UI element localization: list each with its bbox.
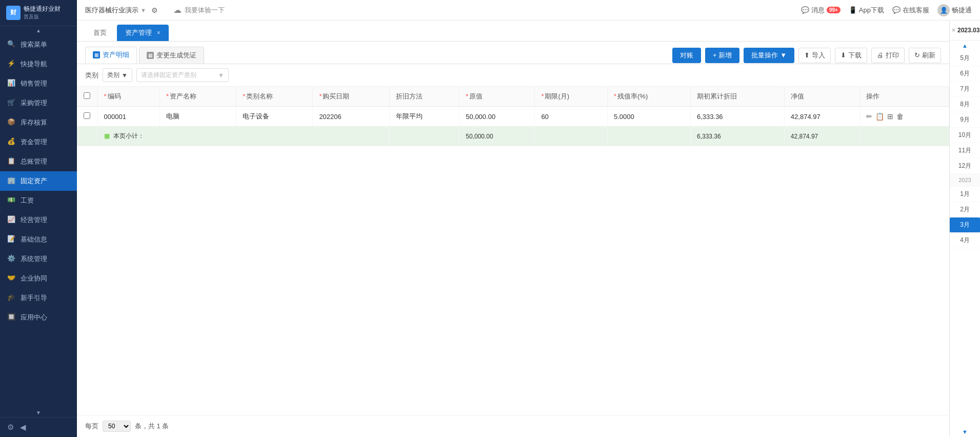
main-area: 医疗器械行业演示 ▼ ⚙ ☁ 我要体验一下 💬 消息 99+ 📱 App下载 💬…	[77, 0, 980, 437]
copy-icon[interactable]: 📋	[875, 112, 884, 121]
messages-button[interactable]: 💬 消息 99+	[801, 6, 841, 15]
cell-code: 000001	[97, 107, 159, 127]
cal-month-1[interactable]: 1月	[950, 187, 980, 202]
inner-page: ▦ 资产明细 ▦ 变更生成凭证 对账 + 新增 批量操作	[77, 42, 949, 437]
reconcile-button[interactable]: 对账	[672, 48, 701, 63]
refresh-icon: ↻	[914, 51, 920, 59]
share-icon[interactable]: ⊞	[887, 112, 893, 121]
sidebar-item-inventory[interactable]: 📦 库存核算	[0, 113, 77, 132]
calendar-scroll-up[interactable]: ▲	[950, 41, 980, 51]
tab-asset-mgmt[interactable]: 资产管理 ×	[117, 25, 169, 41]
cal-month-12[interactable]: 12月	[950, 158, 980, 174]
sidebar-item-sales[interactable]: 📊 销售管理	[0, 74, 77, 93]
batch-chevron-icon: ▼	[780, 51, 787, 59]
sidebar-scroll-down[interactable]: ▼	[0, 408, 77, 417]
cell-name: 电脑	[159, 107, 236, 127]
col-name: *资产名称	[159, 87, 236, 107]
cell-depreciation-method: 年限平均	[389, 107, 459, 127]
online-service-label: 在线客服	[903, 6, 929, 15]
online-service-button[interactable]: 💬 在线客服	[892, 6, 929, 15]
cal-month-11[interactable]: 11月	[950, 143, 980, 158]
category-filter-select[interactable]: 类别 ▼	[103, 68, 132, 82]
chevron-down-icon: ▼	[141, 7, 146, 13]
sidebar-item-fixed-assets[interactable]: 🏢 固定资产	[0, 171, 77, 191]
refresh-button[interactable]: ↻ 刷新	[909, 48, 941, 63]
message-icon: 💬	[801, 6, 809, 14]
fixed-assets-icon: 🏢	[7, 176, 16, 186]
sidebar-item-label: 库存核算	[21, 118, 47, 127]
sidebar-item-basic-info[interactable]: 📝 基础信息	[0, 230, 77, 249]
download-label: 下载	[848, 51, 862, 60]
row-checkbox[interactable]	[84, 112, 90, 119]
subtotal-original-value: 50,000.00	[459, 127, 535, 146]
calendar-scroll-down[interactable]: ▼	[950, 427, 980, 437]
subtab-change-voucher[interactable]: ▦ 变更生成凭证	[139, 47, 204, 64]
new-button[interactable]: + 新增	[705, 48, 739, 63]
col-category: *类别名称	[236, 87, 313, 107]
sidebar-item-app-center[interactable]: 🔲 应用中心	[0, 308, 77, 327]
sidebar-item-operations[interactable]: 📈 经营管理	[0, 210, 77, 230]
sidebar-item-label: 销售管理	[21, 79, 47, 88]
sidebar-item-system[interactable]: ⚙️ 系统管理	[0, 249, 77, 269]
delete-icon[interactable]: 🗑	[896, 112, 904, 121]
cal-month-5[interactable]: 5月	[950, 51, 980, 66]
cell-initial-depreciation: 6,333.36	[690, 107, 784, 127]
operations-icon: 📈	[7, 215, 16, 225]
subtab-asset-detail[interactable]: ▦ 资产明细	[85, 47, 137, 64]
import-button[interactable]: ⬆ 导入	[798, 48, 831, 63]
topbar: 医疗器械行业演示 ▼ ⚙ ☁ 我要体验一下 💬 消息 99+ 📱 App下载 💬…	[77, 0, 980, 21]
col-original-value: *原值	[459, 87, 535, 107]
ledger-icon: 📋	[7, 157, 16, 166]
sidebar-item-purchase[interactable]: 🛒 采购管理	[0, 93, 77, 113]
calendar-close-button[interactable]: ×	[952, 27, 955, 34]
change-voucher-icon: ▦	[147, 52, 154, 59]
subtotal-period	[535, 127, 608, 146]
subtotal-label: 本页小计：	[113, 132, 144, 140]
cal-month-9[interactable]: 9月	[950, 112, 980, 128]
logo-subtext: 普及版	[24, 13, 61, 21]
sidebar-item-quick-nav[interactable]: ⚡ 快捷导航	[0, 54, 77, 74]
cal-month-8[interactable]: 8月	[950, 97, 980, 112]
subtotal-depreciation-method	[389, 127, 459, 146]
batch-ops-button[interactable]: 批量操作 ▼	[744, 48, 794, 63]
user-name: 畅捷通	[952, 6, 972, 15]
settings-gear-icon[interactable]: ⚙	[151, 6, 158, 14]
total-count-label: 条，共 1 条	[135, 422, 169, 431]
download-button[interactable]: ⬇ 下载	[835, 48, 867, 63]
app-download-button[interactable]: 📱 App下载	[849, 6, 884, 15]
sidebar-item-label: 工资	[21, 196, 34, 205]
sidebar-item-funds[interactable]: 💰 资金管理	[0, 132, 77, 152]
cell-residual-rate: 5.0000	[607, 107, 690, 127]
settings-icon[interactable]: ⚙	[7, 423, 14, 432]
category-input[interactable]: 请选择固定资产类别 ▼	[136, 68, 229, 82]
cal-month-6[interactable]: 6月	[950, 66, 980, 82]
page-size-select[interactable]: 50 100	[103, 421, 131, 432]
print-button[interactable]: 🖨 打印	[871, 48, 905, 63]
col-residual-rate: *残值率(%)	[607, 87, 690, 107]
sidebar-item-salary[interactable]: 💵 工资	[0, 191, 77, 210]
sidebar-item-guide[interactable]: 🎓 新手引导	[0, 288, 77, 308]
cal-month-7[interactable]: 7月	[950, 82, 980, 97]
user-menu[interactable]: 👤 畅捷通	[937, 4, 972, 16]
sidebar-item-label: 企业协同	[21, 274, 47, 283]
cal-month-4[interactable]: 4月	[950, 233, 980, 248]
experience-label[interactable]: 我要体验一下	[185, 6, 225, 15]
messages-label: 消息	[811, 6, 825, 15]
cal-month-10[interactable]: 10月	[950, 128, 980, 143]
sidebar-item-label: 资金管理	[21, 137, 47, 147]
subtab-change-voucher-label: 变更生成凭证	[156, 51, 196, 60]
tab-home[interactable]: 首页	[85, 25, 115, 41]
subtotal-initial-depreciation: 6,333.36	[690, 127, 784, 146]
collapse-icon[interactable]: ◀	[20, 423, 26, 432]
sidebar-logo: 财 畅捷通好业财 普及版	[0, 0, 77, 26]
edit-icon[interactable]: ✏	[866, 112, 872, 121]
sidebar-item-search[interactable]: 🔍 搜索菜单	[0, 35, 77, 54]
sidebar-item-enterprise[interactable]: 🤝 企业协同	[0, 269, 77, 288]
cal-month-3-current[interactable]: 3月	[950, 217, 980, 233]
app-download-icon: 📱	[849, 6, 857, 14]
sidebar-item-ledger[interactable]: 📋 总账管理	[0, 152, 77, 171]
cal-month-2[interactable]: 2月	[950, 202, 980, 217]
sidebar-scroll-up[interactable]: ▲	[0, 26, 77, 35]
select-all-checkbox[interactable]	[84, 92, 90, 99]
tab-close-icon[interactable]: ×	[157, 29, 161, 36]
